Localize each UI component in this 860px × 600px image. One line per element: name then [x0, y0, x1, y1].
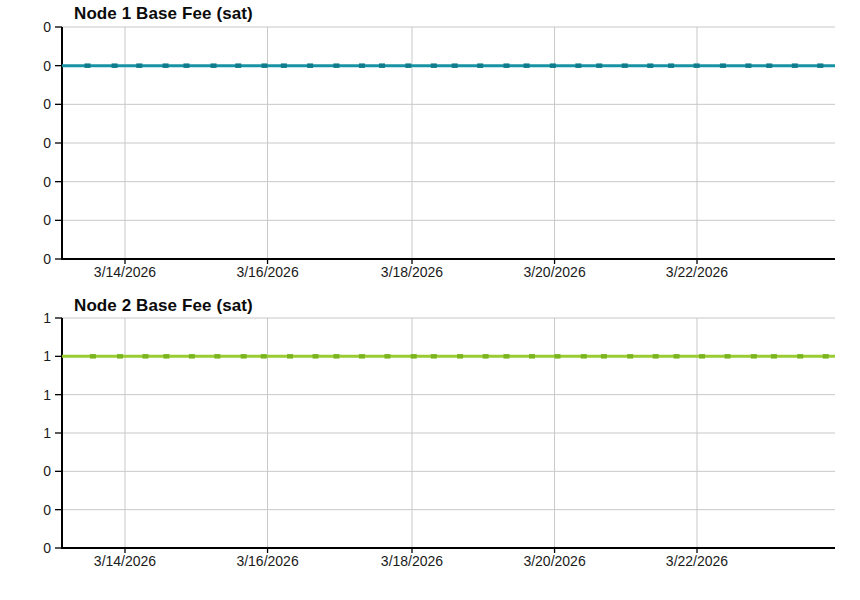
y-tick-label: 0: [43, 212, 51, 228]
plot-area-node-1: 00000003/14/20263/16/20263/18/20263/20/2…: [0, 0, 860, 295]
x-tick-label: 3/14/2026: [94, 264, 156, 280]
x-tick-label: 3/22/2026: [666, 553, 728, 569]
x-tick-label: 3/14/2026: [94, 553, 156, 569]
x-tick-label: 3/18/2026: [381, 264, 443, 280]
y-tick-label: 0: [43, 174, 51, 190]
y-tick-label: 0: [43, 463, 51, 479]
chart-node-2-base-fee: Node 2 Base Fee (sat) 11110003/14/20263/…: [0, 292, 860, 592]
y-tick-label: 0: [43, 251, 51, 267]
x-tick-label: 3/20/2026: [523, 264, 585, 280]
y-tick-label: 1: [43, 310, 51, 326]
y-tick-label: 0: [43, 19, 51, 35]
plot-area-node-2: 11110003/14/20263/16/20263/18/20263/20/2…: [0, 292, 860, 592]
y-tick-label: 0: [43, 135, 51, 151]
y-tick-label: 1: [43, 348, 51, 364]
x-tick-label: 3/20/2026: [523, 553, 585, 569]
x-tick-label: 3/16/2026: [236, 264, 298, 280]
x-tick-label: 3/16/2026: [236, 553, 298, 569]
x-tick-label: 3/18/2026: [381, 553, 443, 569]
x-tick-label: 3/22/2026: [666, 264, 728, 280]
y-tick-label: 0: [43, 502, 51, 518]
y-tick-label: 1: [43, 387, 51, 403]
y-tick-label: 0: [43, 58, 51, 74]
charts-page: { "page": { "background": "#ffffff", "te…: [0, 0, 860, 600]
y-tick-label: 0: [43, 540, 51, 556]
y-tick-label: 0: [43, 96, 51, 112]
chart-node-1-base-fee: Node 1 Base Fee (sat) 00000003/14/20263/…: [0, 0, 860, 295]
y-tick-label: 1: [43, 425, 51, 441]
